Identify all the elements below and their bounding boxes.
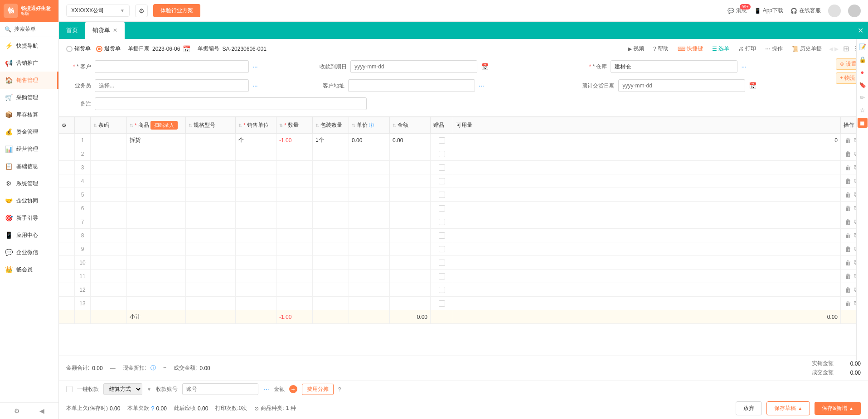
price-info-icon[interactable]: ⓘ [369,122,374,129]
delete-row-btn-5[interactable]: 🗑 [845,191,851,198]
account-input[interactable] [182,383,258,395]
sort-icon-amount[interactable]: ⇅ [393,123,396,128]
delete-row-btn-12[interactable]: 🗑 [845,286,851,294]
sidebar-item-system[interactable]: ⚙ 系统管理 [0,175,58,192]
debt-info-icon[interactable]: ? [151,405,154,412]
customer-input[interactable] [95,60,249,73]
select-order-btn[interactable]: ☰ 选单 [709,43,732,54]
right-panel-edit-icon[interactable]: 📝 [858,42,868,52]
sidebar-search[interactable]: 🔍 搜索菜单 [0,22,58,37]
sidebar-item-enterprise[interactable]: 🤝 企业协同 [0,192,58,209]
td-barcode-1[interactable] [91,134,127,147]
td-pkgqty-1[interactable]: 1个 [313,134,349,147]
tab-close-btn[interactable]: ✕ [113,27,117,34]
history-orders-btn[interactable]: 📜 历史单据 [789,43,824,54]
settlement-method-select[interactable]: 结算方式 [103,383,142,395]
sort-icon-product[interactable]: ⇅ [130,123,133,128]
right-panel-star-icon[interactable]: ☆ [858,105,868,115]
warehouse-dots-icon[interactable]: ··· [741,63,747,70]
sidebar-item-inventory[interactable]: 📦 库存核算 [0,106,58,123]
sidebar-item-guide[interactable]: 🎯 新手引导 [0,209,58,226]
delivery-date-input[interactable] [618,79,745,92]
payment-date-input[interactable] [350,60,477,73]
td-product-1[interactable]: 拆货 [127,134,186,147]
layout-grid-icon[interactable]: ⊞ [843,44,849,53]
sidebar-settings-btn[interactable]: ⚙ [14,407,20,414]
td-unit-1[interactable]: 个 [236,134,276,147]
salesperson-input[interactable] [95,79,249,92]
td-spec-1[interactable] [186,134,236,147]
company-selector[interactable]: XXXXXX公司 ▼ [66,5,130,17]
sort-icon-pkgqty[interactable]: ⇅ [315,123,319,128]
td-qty-1[interactable]: -1.00 [276,134,313,147]
td-price-1[interactable]: 0.00 [349,134,390,147]
delivery-cal-icon[interactable]: 📅 [749,82,756,89]
add-payment-btn[interactable]: + [289,385,297,393]
sidebar-item-wechat[interactable]: 💬 企业微信 [0,244,58,261]
delete-row-btn-8[interactable]: 🗑 [845,232,851,239]
sidebar-item-sales[interactable]: 🏠 销售管理 [0,72,58,89]
user-avatar[interactable] [828,5,841,17]
scan-btn[interactable]: 扫码录入 [150,121,178,130]
sort-icon-barcode[interactable]: ⇅ [93,123,97,128]
try-industry-btn[interactable]: 体验行业方案 [153,4,200,17]
tab-home[interactable]: 首页 [59,22,85,39]
delete-row-btn-9[interactable]: 🗑 [845,246,851,253]
right-panel-orange-icon[interactable]: ◼ [858,118,868,128]
warehouse-input[interactable] [611,60,737,73]
discount-info-icon[interactable]: ⓘ [150,364,156,372]
fee-help-icon[interactable]: ? [338,386,341,393]
notes-input[interactable] [95,97,367,110]
delete-row-btn-13[interactable]: 🗑 [845,300,851,307]
delete-row-btn-6[interactable]: 🗑 [845,205,851,212]
user-avatar-2[interactable] [848,5,861,17]
customer-address-input[interactable] [348,79,475,92]
radio-sales[interactable]: 销货单 [66,45,91,53]
right-panel-bookmark-icon[interactable]: 🔖 [858,80,868,90]
sort-icon-unit[interactable]: ⇅ [238,123,242,128]
sidebar-collapse-btn[interactable]: ◀ [39,407,44,414]
save-new-btn[interactable]: 保存&新增 ▲ [815,402,861,415]
sort-icon-price[interactable]: ⇅ [352,123,355,128]
help-btn[interactable]: ? 帮助 [650,43,671,54]
settings-gear-btn[interactable]: ⚙ [135,5,148,17]
delete-row-btn-1[interactable]: 🗑 [845,137,851,144]
delete-row-btn-11[interactable]: 🗑 [845,273,851,280]
td-product-2[interactable] [127,147,186,160]
fee-split-btn[interactable]: 费用分摊 [302,384,334,395]
sidebar-item-basic[interactable]: 📋 基础信息 [0,158,58,175]
td-barcode-2[interactable] [91,147,127,160]
th-settings[interactable]: ⚙ [59,117,75,133]
td-gift-1[interactable] [431,134,453,147]
delete-row-btn-10[interactable]: 🗑 [845,259,851,266]
account-dots-icon[interactable]: ··· [264,385,269,393]
salesperson-dots-icon[interactable]: ··· [252,82,258,89]
address-dots-icon[interactable]: ··· [479,82,484,89]
right-panel-lock-icon[interactable]: 🔒 [858,54,868,64]
delete-row-btn-7[interactable]: 🗑 [845,218,851,226]
right-panel-pencil-icon[interactable]: ✏ [858,92,868,102]
td-amount-1[interactable]: 0.00 [390,134,431,147]
print-btn[interactable]: 🖨 打印 [736,43,759,54]
abandon-btn[interactable]: 放弃 [736,401,762,415]
one-click-payment-checkbox[interactable] [66,386,73,392]
sidebar-item-apps[interactable]: 📱 应用中心 [0,226,58,244]
sort-icon-qty[interactable]: ⇅ [279,123,283,128]
delete-row-btn-2[interactable]: 🗑 [845,150,851,158]
video-btn[interactable]: ▶ 视频 [625,43,647,54]
delete-row-btn-4[interactable]: 🗑 [845,178,851,185]
tab-sales-order[interactable]: 销货单 ✕ [85,22,125,39]
app-download-btn[interactable]: 📱 App下载 [754,7,783,14]
right-panel-alert-icon[interactable]: ● [858,67,868,77]
sidebar-item-finance[interactable]: 💰 资金管理 [0,123,58,140]
sort-icon-spec[interactable]: ⇅ [189,123,192,128]
online-service-btn[interactable]: 🎧 在线客服 [790,7,821,14]
payment-cal-icon[interactable]: 📅 [481,63,489,70]
nav-close-btn[interactable]: ✕ [858,26,863,35]
sidebar-item-quick-nav[interactable]: ⚡ 快捷导航 [0,37,58,54]
sidebar-item-operations[interactable]: 📊 经营管理 [0,140,58,158]
calendar-icon[interactable]: 📅 [183,45,190,53]
delete-row-btn-3[interactable]: 🗑 [845,164,851,171]
sidebar-item-member[interactable]: 👑 畅会员 [0,261,58,278]
customer-dots-icon[interactable]: ··· [252,63,258,70]
